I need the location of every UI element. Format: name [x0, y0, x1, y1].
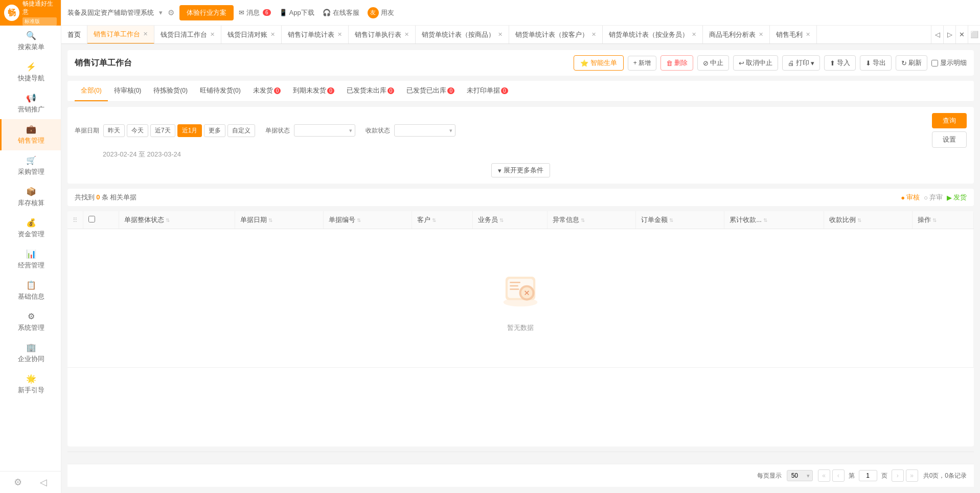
sidebar-item-sales[interactable]: 💼销售管理: [0, 119, 61, 150]
collapse-icon[interactable]: ◁: [40, 477, 47, 488]
tab-close-margin[interactable]: ✕: [759, 31, 763, 38]
setting-btn[interactable]: 设置: [932, 131, 967, 148]
last-page-btn[interactable]: »: [906, 469, 918, 482]
app-download-btn[interactable]: 📱 App下载: [279, 8, 314, 17]
query-btn[interactable]: 查询: [932, 113, 967, 128]
sort-ratio[interactable]: 收款比例⇅: [829, 215, 907, 225]
review-btn[interactable]: ● 审核: [901, 193, 920, 202]
page-input[interactable]: [859, 470, 877, 481]
suspend-btn[interactable]: ⊘ 中止: [697, 55, 729, 71]
tab-cash_reconcile[interactable]: 钱货日清对账✕: [221, 26, 282, 44]
gear-icon[interactable]: ⚙: [168, 8, 174, 17]
settings-icon[interactable]: ⚙: [14, 477, 22, 488]
sort-customer[interactable]: 客户⇅: [417, 215, 467, 225]
refresh-btn[interactable]: ↻ 刷新: [896, 55, 927, 71]
tab-close-sales_stats[interactable]: ✕: [337, 31, 342, 38]
tab-scroll-right[interactable]: ▷: [943, 26, 955, 44]
prev-page-btn[interactable]: ‹: [832, 469, 845, 482]
filter-tab-pending_inspect[interactable]: 待拣验货(0): [147, 81, 194, 101]
sort-number[interactable]: 单据编号⇅: [329, 215, 406, 225]
cancel-suspend-btn[interactable]: ↩ 取消中止: [733, 55, 778, 71]
tab-sales_customer[interactable]: 销货单统计表（按客户）✕: [509, 26, 603, 44]
page-size-select[interactable]: 50 10 20 100: [787, 470, 813, 481]
tab-close-all[interactable]: ✕: [955, 26, 968, 44]
filter-tab-all[interactable]: 全部(0): [75, 81, 108, 101]
sidebar-item-search[interactable]: 🔍搜索菜单: [0, 26, 61, 57]
tab-close-sales_product[interactable]: ✕: [498, 31, 503, 38]
sidebar-item-system[interactable]: ⚙系统管理: [0, 306, 61, 338]
sidebar-item-guide[interactable]: 🌟新手引导: [0, 369, 61, 400]
date-btn-更多[interactable]: 更多: [204, 124, 225, 137]
tab-maximize[interactable]: ⬜: [968, 26, 980, 44]
tab-scroll-left[interactable]: ◁: [931, 26, 943, 44]
message-btn[interactable]: ✉ 消息 6: [239, 8, 271, 17]
print-btn[interactable]: 🖨 打印 ▾: [782, 55, 820, 71]
sort-date[interactable]: 单据日期⇅: [240, 215, 318, 225]
ship-btn[interactable]: ▶ 发货: [947, 193, 967, 202]
tab-sales_exec[interactable]: 销售订单执行表✕: [349, 26, 416, 44]
tab-cash_daily[interactable]: 钱货日清工作台✕: [154, 26, 221, 44]
industry-btn[interactable]: 体验行业方案: [179, 5, 234, 20]
new-btn[interactable]: + 新增: [628, 56, 656, 71]
filter-tab-not_printed[interactable]: 未打印单据0: [461, 81, 514, 101]
sidebar-item-basic[interactable]: 📋基础信息: [0, 275, 61, 306]
tab-sales_staff[interactable]: 销货单统计表（按业务员）✕: [603, 26, 703, 44]
import-btn[interactable]: ⬆ 导入: [824, 55, 856, 71]
tab-close-sales_workbench[interactable]: ✕: [143, 31, 148, 37]
horizontal-scrollbar[interactable]: [67, 452, 974, 459]
smart-create-btn[interactable]: ⭐ 智能生单: [574, 55, 624, 71]
filter-tab-not_shipped[interactable]: 未发货0: [247, 81, 287, 101]
payment-select[interactable]: [394, 124, 455, 137]
tab-close-cash_reconcile[interactable]: ✕: [270, 31, 275, 38]
sidebar-item-marketing[interactable]: 📢营销推广: [0, 88, 61, 119]
first-page-btn[interactable]: «: [818, 469, 830, 482]
date-btn-今天[interactable]: 今天: [127, 124, 148, 137]
user-menu-btn[interactable]: 友 用友: [368, 7, 394, 18]
col-checkbox[interactable]: [83, 211, 119, 229]
tab-close-cash_daily[interactable]: ✕: [210, 31, 215, 38]
export-btn[interactable]: ⬇ 导出: [860, 55, 892, 71]
show-detail-checkbox[interactable]: [931, 60, 938, 66]
date-btn-近7天[interactable]: 近7天: [150, 124, 175, 137]
date-btn-昨天[interactable]: 昨天: [103, 124, 125, 137]
tab-close-sales_customer[interactable]: ✕: [591, 31, 596, 38]
tab-sales_stats[interactable]: 销售订单统计表✕: [282, 26, 349, 44]
tab-sales_profit[interactable]: 销售毛利✕: [770, 26, 817, 44]
sort-abnormal[interactable]: 异常信息⇅: [553, 215, 630, 225]
tab-home[interactable]: 首页: [61, 26, 87, 44]
tab-close-sales_staff[interactable]: ✕: [692, 31, 696, 38]
tab-margin[interactable]: 商品毛利分析表✕: [703, 26, 770, 44]
tab-close-sales_profit[interactable]: ✕: [806, 31, 810, 38]
show-detail-toggle[interactable]: 显示明细: [931, 58, 967, 68]
sidebar-item-quick[interactable]: ⚡快捷导航: [0, 57, 61, 88]
status-select[interactable]: [294, 124, 355, 137]
expand-btn[interactable]: ▾ 展开更多条件: [491, 163, 550, 177]
sidebar-item-finance[interactable]: 💰资金管理: [0, 213, 61, 244]
date-btn-自定义[interactable]: 自定义: [227, 124, 255, 137]
sidebar-item-operations[interactable]: 📊经营管理: [0, 244, 61, 275]
sidebar-item-inventory[interactable]: 📦库存核算: [0, 182, 61, 213]
tab-sales_workbench[interactable]: 销售订单工作台✕: [87, 26, 154, 44]
sidebar-item-purchase[interactable]: 🛒采购管理: [0, 150, 61, 182]
next-page-btn[interactable]: ›: [892, 469, 904, 482]
tab-sales_product[interactable]: 销货单统计表（按商品）✕: [416, 26, 509, 44]
delete-btn[interactable]: 🗑 删除: [660, 55, 693, 71]
filter-tab-wangpu_pending[interactable]: 旺铺待发货(0): [194, 81, 247, 101]
sort-staff[interactable]: 业务员⇅: [478, 215, 542, 225]
select-all-checkbox[interactable]: [88, 216, 95, 222]
filter-tab-shipped_not_out[interactable]: 已发货未出库0: [340, 81, 401, 101]
sort-collected[interactable]: 累计收款...⇅: [730, 215, 818, 225]
tab-close-sales_exec[interactable]: ✕: [404, 31, 409, 38]
sidebar-item-enterprise[interactable]: 🏢企业协同: [0, 338, 61, 369]
filter-tab-pending_review[interactable]: 待审核(0): [108, 81, 148, 101]
topbar-dropdown-icon[interactable]: ▾: [159, 9, 163, 16]
online-support-btn[interactable]: 🎧 在线客服: [323, 8, 359, 17]
revoke-btn[interactable]: ○ 弃审: [924, 193, 943, 202]
sort-action[interactable]: 操作⇅: [918, 215, 968, 225]
filter-tab-expired_not_shipped[interactable]: 到期未发货0: [287, 81, 340, 101]
import-icon: ⬆: [830, 59, 835, 67]
sort-status[interactable]: 单据整体状态⇅: [124, 215, 230, 225]
date-btn-近1月[interactable]: 近1月: [177, 124, 202, 137]
sort-amount[interactable]: 订单金额⇅: [641, 215, 719, 225]
filter-tab-shipped_out[interactable]: 已发货已出库0: [400, 81, 461, 101]
